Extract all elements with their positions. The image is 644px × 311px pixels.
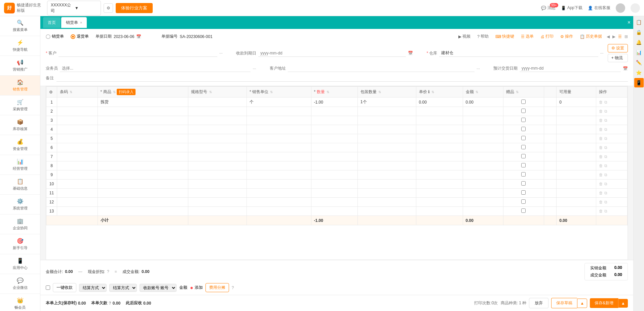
gift-checkbox-12[interactable] — [521, 199, 526, 204]
gift-checkbox-5[interactable] — [521, 136, 526, 140]
expense-button[interactable]: 费用分摊 — [205, 283, 229, 292]
delivery-date-input[interactable] — [520, 65, 621, 72]
message-button[interactable]: 💬 消息 99+ — [541, 5, 556, 11]
delete-icon-3[interactable]: 🗑 — [599, 118, 603, 123]
payment-method-select2[interactable]: 结算方式 — [109, 284, 137, 292]
right-side-star-icon[interactable]: ⭐ — [634, 68, 644, 77]
delete-icon-13[interactable]: 🗑 — [599, 209, 603, 213]
sidebar-item-guide[interactable]: 🎯 新手引导 — [0, 234, 40, 254]
gift-checkbox-10[interactable] — [521, 181, 526, 186]
one-click-checkbox[interactable] — [46, 285, 50, 290]
sidebar-item-appstore[interactable]: 📱 应用中心 — [0, 254, 40, 274]
warehouse-input[interactable] — [439, 50, 598, 57]
delete-icon-4[interactable]: 🗑 — [599, 127, 603, 132]
radio-return-order[interactable]: 退货单 — [71, 34, 89, 39]
copy-icon-2[interactable]: ⧉ — [604, 109, 607, 114]
sidebar-item-operations[interactable]: 📊 经营管理 — [0, 155, 40, 175]
delete-icon-9[interactable]: 🗑 — [599, 172, 603, 177]
salesman-input[interactable] — [60, 65, 251, 72]
scan-button[interactable]: 扫码录入 — [117, 89, 136, 95]
gift-checkbox-4[interactable] — [521, 127, 526, 131]
logistics-button[interactable]: + 物流 — [608, 54, 628, 62]
copy-icon-9[interactable]: ⧉ — [604, 172, 607, 177]
gift-checkbox-11[interactable] — [521, 190, 526, 195]
delete-icon-10[interactable]: 🗑 — [599, 182, 603, 186]
copy-icon-13[interactable]: ⧉ — [604, 209, 607, 213]
address-more-icon[interactable]: ··· — [477, 66, 480, 71]
right-side-edit-icon[interactable]: ✏️ — [634, 58, 644, 67]
trial-button[interactable]: 体验行业方案 — [116, 3, 153, 13]
app-download-button[interactable]: 📱 App下载 — [561, 5, 582, 11]
right-side-lock-icon[interactable]: 🔒 — [634, 28, 644, 37]
right-side-clipboard-icon[interactable]: 📋 — [634, 17, 644, 27]
toolbar-help[interactable]: ?帮助 — [475, 33, 491, 40]
delete-icon-12[interactable]: 🗑 — [599, 200, 603, 204]
copy-icon-6[interactable]: ⧉ — [604, 145, 607, 150]
right-side-phone-icon[interactable]: 📱 — [634, 78, 644, 87]
sidebar-item-sales[interactable]: 🏠 销售管理 — [0, 76, 40, 95]
online-service-button[interactable]: 👤 在线客服 — [588, 5, 610, 11]
tab-sales-order[interactable]: 销货单 × — [61, 17, 87, 28]
one-click-payment-button[interactable]: 一键收款 — [53, 283, 76, 292]
gift-checkbox-9[interactable] — [521, 172, 526, 177]
delete-icon-8[interactable]: 🗑 — [599, 163, 603, 168]
toolbar-video[interactable]: ▶视频 — [456, 33, 472, 40]
copy-icon-3[interactable]: ⧉ — [604, 118, 607, 123]
sidebar-item-system[interactable]: ⚙️ 系统管理 — [0, 195, 40, 215]
gift-checkbox-13[interactable] — [521, 208, 526, 213]
sidebar-item-inventory[interactable]: 📦 库存核算 — [0, 115, 40, 135]
avatar[interactable] — [616, 3, 625, 13]
grid-view-icon[interactable]: ⊞ — [624, 34, 628, 39]
save-draft-button[interactable]: 保存草稿 — [551, 298, 577, 308]
sidebar-item-finance[interactable]: 💰 资金管理 — [0, 135, 40, 155]
delete-icon-5[interactable]: 🗑 — [599, 136, 603, 141]
save-new-button[interactable]: 保存&新增 — [590, 298, 618, 308]
customer-input[interactable] — [59, 50, 217, 57]
copy-icon-1[interactable]: ⧉ — [604, 100, 607, 105]
gift-checkbox-7[interactable] — [521, 154, 526, 158]
copy-icon-8[interactable]: ⧉ — [604, 163, 607, 168]
gift-checkbox-6[interactable] — [521, 145, 526, 149]
expense-help-icon[interactable]: ? — [232, 285, 234, 290]
copy-icon-10[interactable]: ⧉ — [604, 182, 607, 186]
toolbar-select[interactable]: ☰选单 — [519, 33, 536, 40]
delete-icon-11[interactable]: 🗑 — [599, 191, 603, 195]
tab-close-icon[interactable]: × — [80, 21, 82, 25]
add-icon[interactable]: ● — [190, 285, 193, 291]
customer-address-input[interactable] — [288, 65, 475, 72]
settings-button[interactable]: ⚙ 设置 — [608, 44, 628, 52]
delete-icon-7[interactable]: 🗑 — [599, 154, 603, 159]
copy-icon-4[interactable]: ⧉ — [604, 127, 607, 132]
gift-checkbox-1[interactable] — [521, 100, 526, 104]
sidebar-item-basic-info[interactable]: 📋 基础信息 — [0, 175, 40, 195]
right-side-bell-icon[interactable]: 🔔 — [634, 38, 644, 47]
sidebar-item-purchase[interactable]: 🛒 采购管理 — [0, 95, 40, 115]
toolbar-operation[interactable]: ⚙操作 — [558, 33, 575, 40]
save-new-arrow-button[interactable]: ▲ — [618, 299, 628, 308]
save-draft-arrow-button[interactable]: ▲ — [577, 299, 587, 308]
delete-icon-1[interactable]: 🗑 — [599, 100, 603, 105]
warehouse-more-icon[interactable]: ··· — [600, 51, 604, 55]
salesman-more-icon[interactable]: ··· — [253, 66, 256, 71]
list-view-icon[interactable]: ☰ — [618, 34, 622, 39]
copy-icon-7[interactable]: ⧉ — [604, 154, 607, 159]
delete-icon-2[interactable]: 🗑 — [599, 109, 603, 114]
account-select[interactable]: 收款账号 账号 — [140, 284, 177, 292]
tab-home[interactable]: 首页 — [43, 17, 61, 28]
nav-next-icon[interactable]: ▶ — [612, 34, 615, 39]
th-settings[interactable]: ⚙ — [46, 87, 57, 98]
delete-icon-6[interactable]: 🗑 — [599, 145, 603, 150]
delivery-calendar-icon[interactable]: 📅 — [623, 66, 628, 71]
sidebar-item-quick-nav[interactable]: ⚡ 快捷导航 — [0, 36, 40, 56]
customer-more-icon[interactable]: ··· — [219, 51, 223, 55]
toolbar-history[interactable]: 📋历史单据 — [578, 33, 604, 40]
toolbar-shortcuts[interactable]: ⌨快捷键 — [493, 33, 516, 40]
company-selector[interactable]: XXXXXX公司 ▼ — [47, 1, 101, 15]
window-close-icon[interactable]: × — [628, 20, 631, 26]
payment-calendar-icon[interactable]: 📅 — [408, 51, 413, 55]
copy-icon-12[interactable]: ⧉ — [604, 200, 607, 204]
gift-checkbox-3[interactable] — [521, 118, 526, 122]
copy-icon-5[interactable]: ⧉ — [604, 136, 607, 141]
sidebar-item-member[interactable]: 👑 畅会员 — [0, 294, 40, 311]
nav-prev-icon[interactable]: ◀ — [607, 34, 610, 39]
